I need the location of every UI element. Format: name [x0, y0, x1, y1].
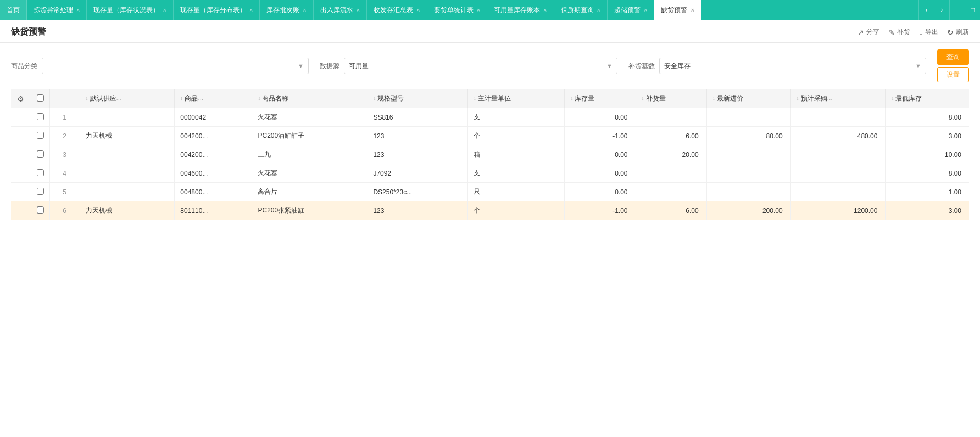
- tab-6-label: 收发存汇总表: [374, 5, 413, 15]
- row-checkbox-0[interactable]: [37, 113, 44, 120]
- col-stock[interactable]: ↕ 库存量: [565, 89, 636, 108]
- col-unit[interactable]: ↕ 主计量单位: [467, 89, 565, 108]
- col-latest-price[interactable]: ↕ 最新进价: [706, 89, 790, 108]
- category-select[interactable]: ▼: [42, 58, 309, 74]
- export-button[interactable]: ↓ 导出: [919, 27, 938, 37]
- page-title: 缺货预警: [11, 26, 46, 38]
- nav-prev-btn[interactable]: ‹: [918, 0, 934, 20]
- tab-11[interactable]: 缺货预警 ×: [654, 0, 701, 20]
- row-est-purchase-cell: 480.00: [790, 127, 886, 145]
- table-row: 1 0000042 火花塞 SS816 支 0.00 8.00: [11, 108, 969, 127]
- row-stock-cell: 0.00: [565, 108, 636, 127]
- tab-7[interactable]: 要货单统计表 ×: [427, 0, 487, 20]
- top-nav: 首页 拣货异常处理 × 现存量（库存状况表） × 现存量（库存分布表） × 库存…: [0, 0, 980, 20]
- nav-maximize-btn[interactable]: □: [965, 0, 980, 20]
- row-settings-cell: [11, 183, 31, 201]
- export-label: 导出: [925, 27, 938, 37]
- col-spec[interactable]: ↕ 规格型号: [368, 89, 467, 108]
- table-settings-icon[interactable]: ⚙: [17, 94, 24, 103]
- row-name-cell: PC200张紧油缸: [252, 201, 368, 220]
- nav-arrows: ‹ › ‒ □: [918, 0, 980, 20]
- row-unit-cell: 支: [467, 108, 565, 127]
- tab-8-close[interactable]: ×: [543, 7, 547, 13]
- col-settings: ⚙: [11, 89, 31, 108]
- share-button[interactable]: ↗ 分享: [858, 27, 879, 37]
- select-all-checkbox[interactable]: [37, 94, 44, 102]
- tab-4-close[interactable]: ×: [303, 7, 306, 13]
- tab-9[interactable]: 保质期查询 ×: [554, 0, 608, 20]
- col-est-purchase[interactable]: ↕ 预计采购...: [790, 89, 886, 108]
- col-supplier[interactable]: ↕ 默认供应...: [80, 89, 175, 108]
- tab-2[interactable]: 现存量（库存状况表） ×: [87, 0, 173, 20]
- col-replenish[interactable]: ↕ 补货量: [636, 89, 706, 108]
- refresh-button[interactable]: ↻ 刷新: [947, 27, 969, 37]
- row-checkbox-5[interactable]: [37, 206, 44, 214]
- basis-select[interactable]: 安全库存 ▼: [659, 58, 926, 74]
- replenish-icon: ✎: [888, 28, 895, 37]
- page-header: 缺货预警 ↗ 分享 ✎ 补货 ↓ 导出 ↻ 刷新: [0, 20, 980, 43]
- tab-7-close[interactable]: ×: [477, 7, 480, 13]
- tab-3[interactable]: 现存量（库存分布表） ×: [174, 0, 260, 20]
- tab-4[interactable]: 库存批次账 ×: [260, 0, 313, 20]
- tab-10[interactable]: 超储预警 ×: [608, 0, 654, 20]
- row-est-purchase-cell: [790, 108, 886, 127]
- row-unit-cell: 支: [467, 164, 565, 183]
- row-checkbox-1[interactable]: [37, 132, 44, 139]
- row-checkbox-4[interactable]: [37, 188, 44, 195]
- row-min-stock-cell: 8.00: [886, 164, 969, 183]
- row-settings-cell: [11, 145, 31, 164]
- tab-3-close[interactable]: ×: [249, 7, 253, 13]
- col-min-stock[interactable]: ↕ 最低库存: [886, 89, 969, 108]
- tab-1[interactable]: 拣货异常处理 ×: [27, 0, 87, 20]
- replenish-button[interactable]: ✎ 补货: [888, 27, 910, 37]
- row-unit-cell: 个: [467, 201, 565, 220]
- nav-next-btn[interactable]: ›: [934, 0, 949, 20]
- row-spec-cell: DS250*23c...: [368, 183, 467, 201]
- row-checkbox-cell: [31, 127, 49, 145]
- filter-bar: 商品分类 ▼ 数据源 可用量 ▼ 补货基数 安全库存 ▼ 查询 设置: [0, 43, 980, 89]
- tab-7-label: 要货单统计表: [434, 5, 474, 15]
- row-replenish-cell: [636, 183, 706, 201]
- col-product-code[interactable]: ↕ 商品...: [175, 89, 252, 108]
- datasource-select[interactable]: 可用量 ▼: [344, 58, 617, 74]
- settings-button[interactable]: 设置: [937, 67, 969, 82]
- col-product-name[interactable]: ↕ 商品名称: [252, 89, 368, 108]
- table-header-row: ⚙ ↕ 默认供应... ↕ 商: [11, 89, 969, 108]
- tab-10-close[interactable]: ×: [644, 7, 647, 13]
- basis-filter-group: 补货基数 安全库存 ▼: [628, 58, 926, 74]
- tab-home-label: 首页: [7, 5, 20, 15]
- main-content: 缺货预警 ↗ 分享 ✎ 补货 ↓ 导出 ↻ 刷新 商品分类: [0, 20, 980, 437]
- query-button[interactable]: 查询: [937, 49, 969, 65]
- tab-6[interactable]: 收发存汇总表 ×: [367, 0, 427, 20]
- col-supplier-label: 默认供应...: [90, 94, 122, 103]
- row-code-cell: 004200...: [175, 127, 252, 145]
- row-name-cell: 火花塞: [252, 164, 368, 183]
- row-name-cell: 火花塞: [252, 108, 368, 127]
- row-checkbox-cell: [31, 164, 49, 183]
- tab-5[interactable]: 出入库流水 ×: [314, 0, 367, 20]
- nav-minimize-btn[interactable]: ‒: [949, 0, 965, 20]
- tab-3-label: 现存量（库存分布表）: [180, 5, 246, 15]
- row-supplier-cell: [80, 164, 175, 183]
- tab-1-close[interactable]: ×: [76, 7, 80, 13]
- tab-9-close[interactable]: ×: [597, 7, 600, 13]
- row-replenish-cell: [636, 108, 706, 127]
- tab-5-close[interactable]: ×: [357, 7, 360, 13]
- tab-8[interactable]: 可用量库存账本 ×: [487, 0, 554, 20]
- tab-1-label: 拣货异常处理: [34, 5, 73, 15]
- row-checkbox-3[interactable]: [37, 169, 44, 176]
- row-stock-cell: -1.00: [565, 127, 636, 145]
- tab-2-label: 现存量（库存状况表）: [93, 5, 159, 15]
- row-checkbox-2[interactable]: [37, 150, 44, 158]
- row-unit-cell: 只: [467, 183, 565, 201]
- tab-2-close[interactable]: ×: [163, 7, 166, 13]
- row-replenish-cell: 20.00: [636, 145, 706, 164]
- tab-home[interactable]: 首页: [0, 0, 27, 20]
- col-product-name-sort-icon: ↕: [258, 96, 260, 102]
- row-supplier-cell: [80, 108, 175, 127]
- tab-11-close[interactable]: ×: [691, 7, 694, 13]
- tab-6-close[interactable]: ×: [416, 7, 420, 13]
- col-min-stock-sort-icon: ↕: [891, 96, 894, 102]
- row-checkbox-cell: [31, 183, 49, 201]
- table-row: 3 004200... 三九 123 箱 0.00 20.00 10.00: [11, 145, 969, 164]
